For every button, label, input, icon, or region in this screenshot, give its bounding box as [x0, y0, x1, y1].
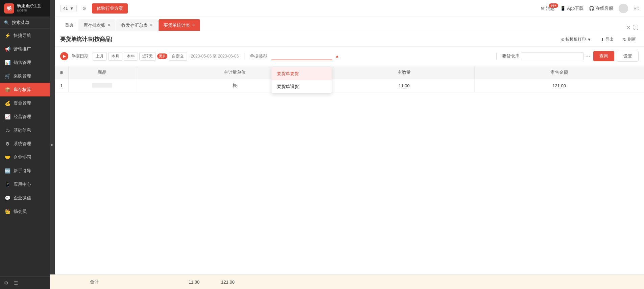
logo-sub: 标准版 — [17, 8, 41, 13]
date-last-month-btn[interactable]: 上月 — [93, 52, 107, 61]
cell-amount: 121.00 — [475, 79, 644, 92]
dropdown-item-requisition[interactable]: 要货单要货 — [271, 67, 332, 80]
query-button[interactable]: 查询 — [593, 51, 614, 61]
app-icon: 📱 — [560, 6, 566, 11]
sidebar-item-sales[interactable]: 📊销售管理 — [0, 56, 50, 69]
settings-icon[interactable]: ⚙ — [4, 280, 8, 286]
sidebar-item-member[interactable]: 👑畅会员 — [0, 205, 50, 218]
type-filter-arrow[interactable]: ▲ — [335, 54, 339, 59]
date-custom-btn[interactable]: 自定义 — [169, 52, 187, 61]
export-btn[interactable]: ⬇ 导出 — [598, 35, 616, 44]
header-right: ✉ 消息 99+ 📱 App下载 🎧 在线客服 Rit — [541, 4, 639, 13]
tab-inventory-batch-close[interactable]: ✕ — [108, 23, 111, 27]
header-gear-icon[interactable]: ⚙ — [82, 6, 87, 11]
sidebar-label-basic-info: 基础信息 — [14, 127, 31, 133]
product-placeholder — [92, 83, 112, 88]
top-header: 41 ▼ ⚙ 体验行业方案 ✉ 消息 99+ 📱 App下载 🎧 在线客服 Ri… — [55, 0, 644, 17]
date-range-display: 2023-05-06 至 2023-06-06 — [191, 53, 239, 59]
sidebar-logo: 畅 畅捷通好生意 标准版 — [0, 0, 50, 17]
date-filter-label: 单据日期 — [71, 53, 89, 59]
sidebar-item-wechat[interactable]: 💬企业微信 — [0, 191, 50, 205]
company-number: 41 — [63, 6, 68, 11]
sidebar-icon-enterprise: 🤝 — [4, 154, 11, 161]
sidebar-icon-basic-info: 🗂 — [4, 127, 11, 134]
print-btn[interactable]: 🖨 按模板打印 ▼ — [557, 35, 594, 44]
company-select[interactable]: 41 ▼ — [60, 5, 77, 12]
tab-order-stats[interactable]: 要货单统计表 ✕ — [159, 19, 200, 31]
tab-inventory-batch[interactable]: 库存批次账 ✕ — [78, 19, 116, 31]
tab-bar: 首页 库存批次账 ✕ 收发存汇总表 ✕ 要货单统计表 ✕ ✕ ⛶ — [55, 17, 644, 31]
refresh-btn[interactable]: ↻ 刷新 — [620, 35, 639, 44]
sidebar-label-operations: 经营管理 — [14, 114, 31, 120]
online-service-label: 在线客服 — [596, 5, 613, 12]
cell-no: 1 — [55, 79, 68, 92]
sidebar-item-system[interactable]: ⚙系统管理 — [0, 137, 50, 151]
date-this-month-btn[interactable]: 本月 — [108, 52, 122, 61]
company-dropdown-arrow: ▼ — [70, 6, 74, 11]
filter-expand-btn[interactable]: ▶ — [60, 52, 68, 60]
sidebar-item-basic-info[interactable]: 🗂基础信息 — [0, 124, 50, 137]
messages-badge: 99+ — [549, 3, 558, 8]
sidebar-item-app-center[interactable]: 📱应用中心 — [0, 178, 50, 191]
sidebar-scroll[interactable]: ▶ — [50, 0, 55, 289]
type-filter-label: 单据类型 — [250, 53, 267, 59]
date-this-year-btn[interactable]: 本年 — [124, 52, 138, 61]
filter-separator-2 — [496, 53, 497, 60]
export-label: 导出 — [605, 37, 614, 42]
print-dropdown-icon: ▼ — [587, 37, 591, 42]
col-amount: 零售金额 — [475, 66, 644, 79]
trial-button[interactable]: 体验行业方案 — [92, 3, 128, 14]
sidebar-icon-marketing: 📢 — [4, 46, 11, 52]
sidebar-label-system: 系统管理 — [14, 141, 31, 147]
date-quick-btns: 上月 本月 本年 近7天 更多 自定义 — [93, 52, 187, 61]
sidebar-label-quick-nav: 快捷导航 — [14, 32, 31, 39]
sidebar-item-finance[interactable]: 💰资金管理 — [0, 96, 50, 110]
warehouse-filter-wrap: 要货仓库 ⋯ — [502, 52, 591, 60]
type-filter-input[interactable] — [271, 52, 332, 60]
type-filter-wrap: 单据类型 ▲ — [250, 52, 491, 60]
date-7days-btn[interactable]: 近7天 — [139, 52, 156, 61]
online-service-btn[interactable]: 🎧 在线客服 — [589, 5, 613, 12]
sidebar-item-marketing[interactable]: 📢营销推广 — [0, 42, 50, 56]
tab-close-all-icon[interactable]: ✕ — [626, 24, 630, 31]
main-area: 41 ▼ ⚙ 体验行业方案 ✉ 消息 99+ 📱 App下载 🎧 在线客服 Ri… — [55, 0, 644, 289]
date-more-badge[interactable]: 更多 — [157, 53, 167, 59]
cell-product — [68, 79, 136, 92]
user-avatar[interactable] — [619, 4, 628, 13]
page-container: 要货单统计表(按商品) 🖨 按模板打印 ▼ ⬇ 导出 ↻ 刷新 — [55, 31, 644, 289]
sidebar-search[interactable]: 🔍 搜索菜单 — [0, 17, 50, 29]
tab-collect-summary[interactable]: 收发存汇总表 ✕ — [116, 19, 158, 31]
sidebar-item-enterprise[interactable]: 🤝企业协同 — [0, 151, 50, 164]
sidebar-item-inventory[interactable]: 📦库存核算 — [0, 83, 50, 96]
col-settings-icon[interactable]: ⚙ — [59, 70, 64, 75]
tab-order-stats-close[interactable]: ✕ — [192, 23, 195, 27]
tab-expand-icon[interactable]: ⛶ — [633, 25, 639, 31]
messages-btn[interactable]: ✉ 消息 99+ — [541, 5, 555, 12]
logo-name: 畅捷通好生意 — [17, 3, 41, 9]
tab-collect-summary-label: 收发存汇总表 — [121, 22, 148, 28]
footer-total-label: 合计 — [55, 279, 133, 285]
search-icon: 🔍 — [4, 20, 9, 25]
table-row: 1 块 11.00 121.00 — [55, 79, 644, 92]
table-header-row: ⚙ 商品 主计量单位 主数量 零售金额 — [55, 66, 644, 79]
warehouse-more-icon[interactable]: ⋯ — [585, 53, 591, 60]
print-icon: 🖨 — [560, 37, 564, 42]
sidebar-label-member: 畅会员 — [14, 208, 27, 215]
app-download-btn[interactable]: 📱 App下载 — [560, 5, 583, 12]
sidebar-footer: ⚙ ☰ — [0, 276, 50, 289]
sidebar-item-quick-nav[interactable]: ⚡快捷导航 — [0, 29, 50, 42]
tab-home[interactable]: 首页 — [60, 19, 78, 31]
dropdown-item-return[interactable]: 要货单退货 — [271, 80, 332, 93]
warehouse-filter-input[interactable] — [521, 52, 584, 60]
sidebar-label-inventory: 库存核算 — [14, 87, 31, 93]
sidebar-item-guide[interactable]: 🆕新手引导 — [0, 164, 50, 178]
settings-button[interactable]: 设置 — [617, 51, 639, 62]
col-product: 商品 — [68, 66, 136, 79]
sidebar-item-purchase[interactable]: 🛒采购管理 — [0, 69, 50, 83]
page-header: 要货单统计表(按商品) 🖨 按模板打印 ▼ ⬇ 导出 ↻ 刷新 — [55, 31, 644, 47]
tab-order-stats-label: 要货单统计表 — [164, 22, 190, 28]
tab-collect-summary-close[interactable]: ✕ — [150, 23, 153, 27]
sidebar-item-operations[interactable]: 📈经营管理 — [0, 110, 50, 124]
menu-toggle-icon[interactable]: ☰ — [14, 280, 18, 286]
sidebar-icon-member: 👑 — [4, 208, 11, 215]
